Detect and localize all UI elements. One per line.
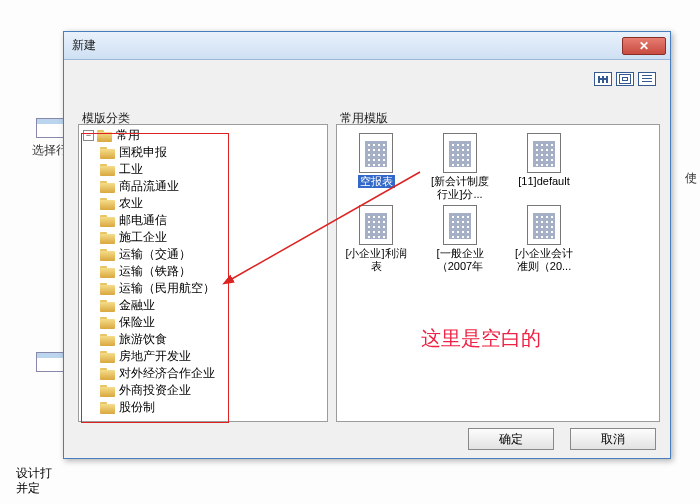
folder-icon xyxy=(100,351,115,363)
tree-item-label: 股份制 xyxy=(119,399,155,416)
report-icon xyxy=(359,133,393,173)
view-switcher xyxy=(594,72,656,86)
bg-item-2: 使 xyxy=(682,170,700,187)
template-item[interactable]: [11]default xyxy=(511,133,577,201)
tree-item[interactable]: 农业 xyxy=(100,195,327,212)
tree-item-label: 国税申报 xyxy=(119,144,167,161)
folder-icon xyxy=(100,249,115,261)
template-item[interactable]: [小企业会计准则（20... xyxy=(511,205,577,273)
report-icon xyxy=(527,133,561,173)
bg-item-3-text: 设计打并定 xyxy=(16,466,52,496)
close-button[interactable]: ✕ xyxy=(622,37,666,55)
template-label: [一般企业（2007年新... xyxy=(427,247,493,273)
tree-root-label[interactable]: 常用 xyxy=(116,127,140,144)
folder-icon xyxy=(97,130,112,142)
template-panel: 空报表 [新会计制度行业]分... [11]default [小企业]利润表 [… xyxy=(336,124,660,422)
tree-item-label: 旅游饮食 xyxy=(119,331,167,348)
cancel-button[interactable]: 取消 xyxy=(570,428,656,450)
tree-item[interactable]: 运输（铁路） xyxy=(100,263,327,280)
folder-icon xyxy=(100,334,115,346)
ok-button[interactable]: 确定 xyxy=(468,428,554,450)
template-label: [新会计制度行业]分... xyxy=(427,175,493,201)
tree-item[interactable]: 商品流通业 xyxy=(100,178,327,195)
tree-item-label: 农业 xyxy=(119,195,143,212)
table-icon xyxy=(36,352,64,372)
tree-item-label: 工业 xyxy=(119,161,143,178)
view-icon-grid[interactable] xyxy=(616,72,634,86)
folder-icon xyxy=(100,147,115,159)
tree-item[interactable]: 邮电通信 xyxy=(100,212,327,229)
tree-item[interactable]: 房地产开发业 xyxy=(100,348,327,365)
folder-icon xyxy=(100,368,115,380)
tree-item-label: 外商投资企业 xyxy=(119,382,191,399)
titlebar: 新建 ✕ xyxy=(64,32,670,60)
folder-icon xyxy=(100,232,115,244)
template-item[interactable]: [新会计制度行业]分... xyxy=(427,133,493,201)
button-row: 确定 取消 xyxy=(468,428,656,450)
tree-item-label: 商品流通业 xyxy=(119,178,179,195)
expander-icon[interactable]: − xyxy=(83,130,94,141)
tree-item[interactable]: 运输（交通） xyxy=(100,246,327,263)
folder-icon xyxy=(100,300,115,312)
report-icon xyxy=(527,205,561,245)
bg-label: 使 xyxy=(685,170,697,187)
close-icon: ✕ xyxy=(639,39,649,53)
tree-item-label: 房地产开发业 xyxy=(119,348,191,365)
tree-item[interactable]: 旅游饮食 xyxy=(100,331,327,348)
tree-item[interactable]: 对外经济合作企业 xyxy=(100,365,327,382)
template-label: 空报表 xyxy=(358,175,395,188)
template-label: [小企业会计准则（20... xyxy=(511,247,577,273)
folder-icon xyxy=(100,164,115,176)
template-label: [11]default xyxy=(518,175,569,188)
dialog-title: 新建 xyxy=(72,37,96,54)
tree-item-label: 邮电通信 xyxy=(119,212,167,229)
new-dialog: 新建 ✕ 模版分类 常用模版 − 常用 国税申报 工业 商品流通业 农业 邮电通… xyxy=(63,31,671,459)
tree-item-label: 金融业 xyxy=(119,297,155,314)
annotation-text: 这里是空白的 xyxy=(421,325,541,352)
ok-label: 确定 xyxy=(499,431,523,448)
folder-icon xyxy=(100,215,115,227)
template-label: [小企业]利润表 xyxy=(343,247,409,273)
report-icon xyxy=(359,205,393,245)
tree-item-label: 施工企业 xyxy=(119,229,167,246)
view-icon-list[interactable] xyxy=(638,72,656,86)
folder-icon xyxy=(100,402,115,414)
category-tree-panel: − 常用 国税申报 工业 商品流通业 农业 邮电通信 施工企业 运输（交通） 运… xyxy=(78,124,328,422)
template-item[interactable]: 空报表 xyxy=(343,133,409,201)
template-item[interactable]: [小企业]利润表 xyxy=(343,205,409,273)
report-icon xyxy=(443,133,477,173)
folder-icon xyxy=(100,266,115,278)
folder-icon xyxy=(100,317,115,329)
tree-item-label: 运输（民用航空） xyxy=(119,280,215,297)
tree-item[interactable]: 运输（民用航空） xyxy=(100,280,327,297)
tree-item-label: 运输（交通） xyxy=(119,246,191,263)
tree-item[interactable]: 国税申报 xyxy=(100,144,327,161)
template-item[interactable]: [一般企业（2007年新... xyxy=(427,205,493,273)
tree-item[interactable]: 保险业 xyxy=(100,314,327,331)
folder-icon xyxy=(100,198,115,210)
view-icon-columns[interactable] xyxy=(594,72,612,86)
folder-icon xyxy=(100,385,115,397)
tree-item-label: 保险业 xyxy=(119,314,155,331)
tree-item[interactable]: 金融业 xyxy=(100,297,327,314)
table-icon xyxy=(36,118,64,138)
cancel-label: 取消 xyxy=(601,431,625,448)
folder-icon xyxy=(100,283,115,295)
tree-scroll[interactable]: − 常用 国税申报 工业 商品流通业 农业 邮电通信 施工企业 运输（交通） 运… xyxy=(79,125,327,421)
report-icon xyxy=(443,205,477,245)
folder-icon xyxy=(100,181,115,193)
tree-item-label: 对外经济合作企业 xyxy=(119,365,215,382)
tree-item[interactable]: 外商投资企业 xyxy=(100,382,327,399)
tree-item[interactable]: 施工企业 xyxy=(100,229,327,246)
tree-item[interactable]: 股份制 xyxy=(100,399,327,416)
tree-item[interactable]: 工业 xyxy=(100,161,327,178)
tree-item-label: 运输（铁路） xyxy=(119,263,191,280)
